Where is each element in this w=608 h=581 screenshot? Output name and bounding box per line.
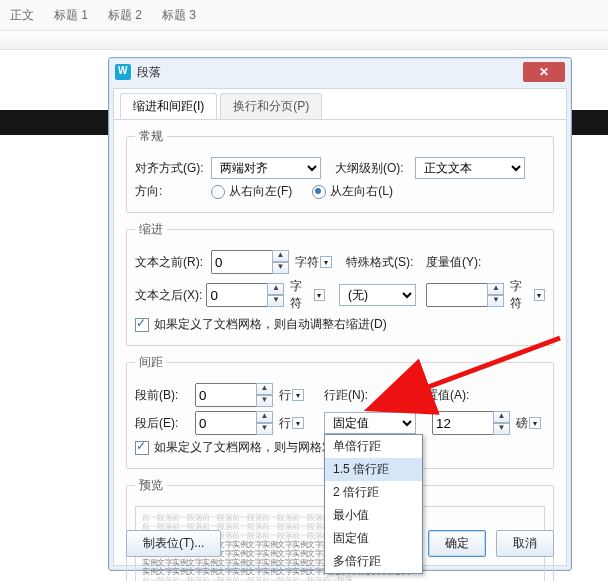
linespace-label: 行距(N): — [324, 387, 380, 404]
special-label: 特殊格式(S): — [346, 254, 422, 271]
cancel-button[interactable]: 取消 — [496, 530, 554, 557]
paragraph-dialog: 段落 ✕ 缩进和间距(I) 换行和分页(P) 常规 对齐方式(G): 两端对齐 … — [108, 57, 572, 571]
para-after-label: 段后(E): — [135, 415, 191, 432]
group-indent: 缩进 文本之前(R): ▲▼ 字符▾ 特殊格式(S): 度量值(Y): 文本之后… — [126, 221, 554, 346]
dialog-title: 段落 — [137, 64, 523, 81]
indent-after-input[interactable] — [206, 283, 268, 307]
group-general: 常规 对齐方式(G): 两端对齐 大纲级别(O): 正文文本 方向: 从右向左(… — [126, 128, 554, 213]
unit-char[interactable]: 字符▾ — [295, 254, 332, 271]
app-icon — [115, 64, 131, 80]
setvalue-input[interactable] — [432, 411, 494, 435]
app-ribbon: 正文 标题 1 标题 2 标题 3 — [0, 0, 608, 30]
opt-min[interactable]: 最小值 — [325, 504, 422, 527]
opt-single[interactable]: 单倍行距 — [325, 435, 422, 458]
style-body[interactable]: 正文 — [0, 3, 44, 28]
ok-button[interactable]: 确定 — [428, 530, 486, 557]
opt-multi[interactable]: 多倍行距 — [325, 550, 422, 573]
unit-line[interactable]: 行▾ — [279, 387, 304, 404]
group-general-legend: 常规 — [135, 128, 167, 145]
para-before-input[interactable] — [195, 383, 257, 407]
spin-buttons[interactable]: ▲▼ — [272, 250, 289, 274]
direction-rtl-radio[interactable]: 从右向左(F) — [211, 183, 292, 200]
group-spacing-legend: 间距 — [135, 354, 167, 371]
alignment-label: 对齐方式(G): — [135, 160, 207, 177]
ruler — [0, 30, 608, 50]
spin-buttons[interactable]: ▲▼ — [256, 383, 273, 407]
unit-line[interactable]: 行▾ — [279, 415, 304, 432]
group-preview-legend: 预览 — [135, 477, 167, 494]
setvalue-label: 设置值(A): — [414, 387, 480, 404]
indent-before-label: 文本之前(R): — [135, 254, 207, 271]
tabstops-button[interactable]: 制表位(T)... — [126, 530, 221, 557]
alignment-select[interactable]: 两端对齐 — [211, 157, 321, 179]
unit-pt[interactable]: 磅▾ — [516, 415, 541, 432]
outline-label: 大纲级别(O): — [335, 160, 411, 177]
linespace-dropdown: 单倍行距 1.5 倍行距 2 倍行距 最小值 固定值 多倍行距 — [324, 434, 423, 574]
special-select[interactable]: (无) — [339, 284, 416, 306]
titlebar[interactable]: 段落 ✕ — [109, 58, 571, 86]
grid-align-checkbox[interactable]: 如果定义了文档网格，则与网格对齐 — [135, 439, 346, 456]
tab-indent-spacing[interactable]: 缩进和间距(I) — [120, 93, 217, 119]
measure-input[interactable] — [426, 283, 488, 307]
spin-buttons[interactable]: ▲▼ — [256, 411, 273, 435]
page-outline-right — [570, 110, 608, 135]
linespace-combo[interactable]: 固定值 单倍行距 1.5 倍行距 2 倍行距 最小值 固定值 多倍行距 — [324, 412, 416, 434]
para-after-input[interactable] — [195, 411, 257, 435]
style-h3[interactable]: 标题 3 — [152, 3, 206, 28]
outline-select[interactable]: 正文文本 — [415, 157, 525, 179]
tabs: 缩进和间距(I) 换行和分页(P) — [114, 89, 566, 120]
measure-label: 度量值(Y): — [426, 254, 490, 271]
close-button[interactable]: ✕ — [523, 62, 565, 82]
unit-char[interactable]: 字符▾ — [290, 278, 325, 312]
spin-buttons[interactable]: ▲▼ — [487, 283, 504, 307]
page-outline-left — [0, 110, 108, 135]
opt-double[interactable]: 2 倍行距 — [325, 481, 422, 504]
spin-buttons[interactable]: ▲▼ — [493, 411, 510, 435]
indent-before-input[interactable] — [211, 250, 273, 274]
indent-after-label: 文本之后(X): — [135, 287, 202, 304]
opt-fixed[interactable]: 固定值 — [325, 527, 422, 550]
group-indent-legend: 缩进 — [135, 221, 167, 238]
spin-buttons[interactable]: ▲▼ — [267, 283, 284, 307]
linespace-select[interactable]: 固定值 — [324, 412, 416, 434]
direction-ltr-radio[interactable]: 从左向右(L) — [312, 183, 393, 200]
style-h1[interactable]: 标题 1 — [44, 3, 98, 28]
direction-label: 方向: — [135, 183, 207, 200]
group-spacing: 间距 段前(B): ▲▼ 行▾ 行距(N): 设置值(A): 段后(E): ▲▼… — [126, 354, 554, 469]
para-before-label: 段前(B): — [135, 387, 191, 404]
auto-indent-checkbox[interactable]: 如果定义了文档网格，则自动调整右缩进(D) — [135, 316, 387, 333]
unit-char[interactable]: 字符▾ — [510, 278, 545, 312]
opt-one-half[interactable]: 1.5 倍行距 — [325, 458, 422, 481]
style-h2[interactable]: 标题 2 — [98, 3, 152, 28]
tab-line-page[interactable]: 换行和分页(P) — [220, 93, 322, 119]
